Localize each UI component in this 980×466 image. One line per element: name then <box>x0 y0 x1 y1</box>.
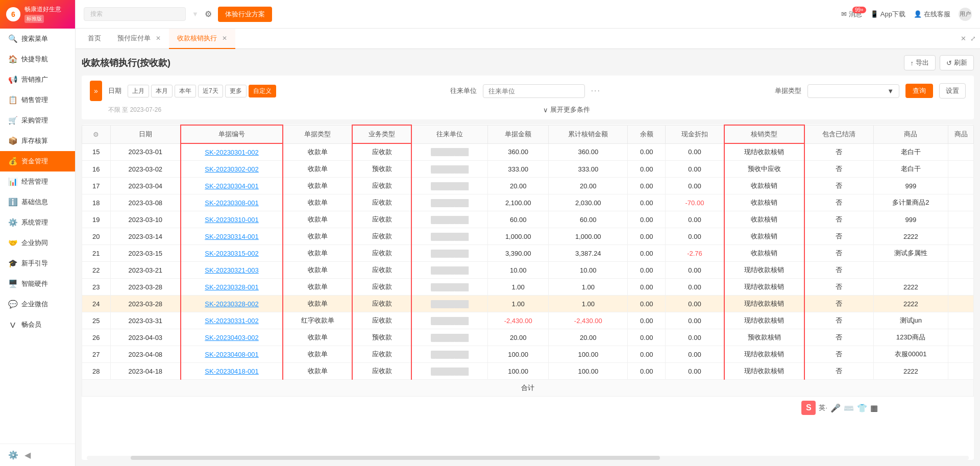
cell-cash-discount: 0.00 <box>666 363 724 380</box>
filter-counterpart-input[interactable] <box>483 84 585 98</box>
cell-cancel-type: 现结收款核销 <box>724 262 804 279</box>
query-btn[interactable]: 查询 <box>905 84 933 98</box>
doc-no-link[interactable]: SK-20230314-001 <box>205 233 259 240</box>
scrollbar-thumb[interactable] <box>131 456 660 460</box>
sidebar-item-search[interactable]: 🔍 搜索菜单 <box>0 29 75 49</box>
cell-balance: 0.00 <box>628 228 666 245</box>
sidebar-item-finance[interactable]: 💰 资金管理 <box>0 151 75 171</box>
table-row[interactable]: 19 2023-03-10 SK-20230310-001 收款单 应收款 ██… <box>82 211 974 228</box>
table-row[interactable]: 21 2023-03-15 SK-20230315-002 收款单 应收款 ██… <box>82 245 974 262</box>
doc-no-link[interactable]: SK-20230308-001 <box>205 199 259 207</box>
sidebar-item-stock[interactable]: 📦 库存核算 <box>0 131 75 151</box>
app-download-btn[interactable]: 📱 App下载 <box>870 10 905 19</box>
sidebar-item-quicknav[interactable]: 🏠 快捷导航 <box>0 49 75 69</box>
table-row[interactable]: 22 2023-03-21 SK-20230321-003 收款单 应收款 ██… <box>82 262 974 279</box>
filter-date-custom[interactable]: 自定义 <box>249 85 276 97</box>
chevron-down-icon: ∨ <box>543 106 548 114</box>
col-settings[interactable]: ⚙ <box>82 125 111 143</box>
table-row[interactable]: 25 2023-03-31 SK-20230331-002 红字收款单 应收款 … <box>82 312 974 329</box>
user-avatar[interactable]: 用户 <box>959 8 972 21</box>
cell-include-settled: 否 <box>804 178 874 194</box>
doc-no-link[interactable]: SK-20230315-002 <box>205 250 259 257</box>
doc-no-link[interactable]: SK-20230408-001 <box>205 351 259 358</box>
table-row[interactable]: 20 2023-03-14 SK-20230314-001 收款单 应收款 ██… <box>82 228 974 245</box>
settings-bottom-icon[interactable]: ⚙️ <box>8 450 18 460</box>
collapse-icon[interactable]: ◀ <box>24 450 31 460</box>
messages-btn[interactable]: ✉ 消息 99+ <box>841 10 862 19</box>
cell-amount: 360.00 <box>488 143 549 161</box>
cell-cancel-type: 收款核销 <box>724 194 804 211</box>
topbar-search[interactable]: 搜索 <box>84 7 186 21</box>
tabs-expand-icon[interactable]: ⤢ <box>970 35 976 42</box>
table-row[interactable]: 18 2023-03-08 SK-20230308-001 收款单 应收款 ██… <box>82 194 974 211</box>
cell-cumulative: -2,430.00 <box>549 312 628 329</box>
industry-btn[interactable]: 体验行业方案 <box>218 7 272 22</box>
search-input-placeholder: 搜索 <box>90 10 103 18</box>
doc-no-link[interactable]: SK-20230304-001 <box>205 182 259 190</box>
page-title: 收款核销执行(按收款) <box>82 57 170 69</box>
topbar-gear-icon[interactable]: ⚙ <box>205 9 212 19</box>
sidebar-item-system[interactable]: ⚙️ 系统管理 <box>0 212 75 233</box>
cell-cumulative: 1,000.00 <box>549 228 628 245</box>
sidebar-item-purchase[interactable]: 🛒 采购管理 <box>0 110 75 131</box>
tabs-close-icon[interactable]: ✕ <box>961 35 966 42</box>
sidebar-item-enterprise[interactable]: 🤝 企业协同 <box>0 233 75 253</box>
doc-no-link[interactable]: SK-20230321-003 <box>205 266 259 274</box>
tab-prepay-close[interactable]: ✕ <box>156 35 161 42</box>
topbar-right: ✉ 消息 99+ 📱 App下载 👤 在线客服 用户 <box>841 8 972 21</box>
settings-filter-btn[interactable]: 设置 <box>939 83 966 99</box>
doc-no-link[interactable]: SK-20230310-001 <box>205 216 259 224</box>
table-settings-icon[interactable]: ⚙ <box>93 131 99 138</box>
table-row[interactable]: 23 2023-03-28 SK-20230328-001 收款单 应收款 ██… <box>82 279 974 296</box>
cell-doc-no: SK-20230403-002 <box>181 329 283 346</box>
col-cancel-type: 核销类型 <box>724 125 804 143</box>
sidebar-item-newbie[interactable]: 🎓 新手引导 <box>0 253 75 274</box>
table-row[interactable]: 27 2023-04-08 SK-20230408-001 收款单 应收款 ██… <box>82 346 974 363</box>
doc-no-link[interactable]: SK-20230328-001 <box>205 283 259 291</box>
cell-amount: 100.00 <box>488 363 549 380</box>
cell-goods2 <box>948 161 974 178</box>
doc-no-link[interactable]: SK-20230403-002 <box>205 334 259 341</box>
table-row[interactable]: 24 2023-03-28 SK-20230328-002 收款单 应收款 ██… <box>82 296 974 312</box>
filter-date-last-month[interactable]: 上月 <box>128 85 149 97</box>
sidebar-item-member[interactable]: V 畅会员 <box>0 314 75 335</box>
sidebar-item-operation[interactable]: 📊 经营管理 <box>0 171 75 192</box>
table-row[interactable]: 15 2023-03-01 SK-20230301-002 收款单 应收款 ██… <box>82 143 974 161</box>
tab-receipt[interactable]: 收款核销执行 ✕ <box>169 29 235 49</box>
sidebar-item-wechat[interactable]: 💬 企业微信 <box>0 294 75 314</box>
expand-more-btn[interactable]: ∨ 展开更多条件 <box>543 105 590 114</box>
filter-date-more[interactable]: 更多 <box>225 85 247 97</box>
tab-prepay[interactable]: 预付应付单 ✕ <box>109 29 169 49</box>
sales-icon: 📋 <box>8 95 17 105</box>
filter-date-this-year[interactable]: 本年 <box>175 85 196 97</box>
sidebar-item-basic[interactable]: ℹ️ 基础信息 <box>0 192 75 212</box>
cell-date: 2023-04-08 <box>110 346 181 363</box>
table-row[interactable]: 16 2023-03-02 SK-20230302-002 收款单 预收款 ██… <box>82 161 974 178</box>
tab-home[interactable]: 首页 <box>80 29 109 49</box>
table-row[interactable]: 28 2023-04-18 SK-20230418-001 收款单 应收款 ██… <box>82 363 974 380</box>
cell-amount: 60.00 <box>488 211 549 228</box>
doc-no-link[interactable]: SK-20230331-002 <box>205 317 259 325</box>
sidebar-item-hardware[interactable]: 🖥️ 智能硬件 <box>0 274 75 294</box>
filter-expand-btn[interactable]: » <box>90 81 102 101</box>
doc-no-link[interactable]: SK-20230302-002 <box>205 165 259 173</box>
doc-no-link[interactable]: SK-20230301-002 <box>205 149 259 156</box>
filter-date-7days[interactable]: 近7天 <box>198 85 223 97</box>
doc-no-link[interactable]: SK-20230418-001 <box>205 367 259 375</box>
sidebar-item-sales[interactable]: 📋 销售管理 <box>0 90 75 110</box>
support-btn[interactable]: 👤 在线客服 <box>914 10 950 19</box>
table-row[interactable]: 17 2023-03-04 SK-20230304-001 收款单 应收款 ██… <box>82 178 974 194</box>
filter-date-this-month[interactable]: 本月 <box>151 85 173 97</box>
refresh-btn[interactable]: ↺ 刷新 <box>940 55 974 70</box>
horizontal-scrollbar[interactable] <box>87 456 969 460</box>
doc-no-link[interactable]: SK-20230328-002 <box>205 300 259 308</box>
filter-doc-type-select[interactable]: ▼ <box>807 84 899 98</box>
export-btn[interactable]: ↑ 导出 <box>904 55 936 70</box>
cell-biz-type: 应收款 <box>352 194 411 211</box>
cell-goods: 衣服00001 <box>873 346 948 363</box>
cell-biz-type: 应收款 <box>352 245 411 262</box>
tab-receipt-close[interactable]: ✕ <box>222 35 227 42</box>
sidebar-item-marketing[interactable]: 📢 营销推广 <box>0 69 75 90</box>
table-row[interactable]: 26 2023-04-03 SK-20230403-002 收款单 预收款 ██… <box>82 329 974 346</box>
cell-biz-type: 应收款 <box>352 143 411 161</box>
